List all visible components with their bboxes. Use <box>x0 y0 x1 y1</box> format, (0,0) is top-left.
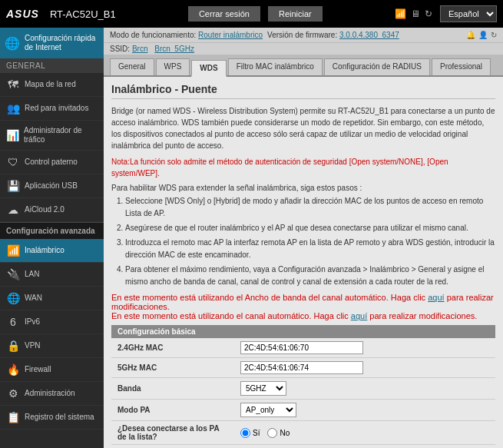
topbar-icons: 🔔 👤 ↻ <box>466 31 497 39</box>
tab-mac-filter[interactable]: Filtro MAC inalámbrico <box>228 58 323 75</box>
sidebar-item-firewall[interactable]: 🔥 Firewall <box>0 358 104 382</box>
sidebar-item-label: Aplicación USB <box>25 181 78 191</box>
sidebar-advanced-section: Configuración avanzada <box>0 222 104 239</box>
radio-si-label[interactable]: Sí <box>240 428 260 438</box>
cloud-icon: ☁ <box>6 204 20 216</box>
quick-setup-label: Configuración rápida de Internet <box>25 34 99 52</box>
ssid-2g-link[interactable]: Brcn <box>132 45 148 53</box>
channel-link[interactable]: aquí <box>351 311 367 320</box>
bandwidth-info: En este momento está utilizando el Ancho… <box>111 293 495 311</box>
sidebar: 🌐 Configuración rápida de Internet Gener… <box>0 28 104 448</box>
guests-icon: 👥 <box>6 102 20 114</box>
wifi-icon: 📶 <box>395 8 406 19</box>
config-basic-title: Configuración básica <box>111 325 495 338</box>
ssid-label: SSID: <box>110 45 130 53</box>
router-icon: 🖥 <box>411 8 420 19</box>
person-icon: 👤 <box>478 31 488 39</box>
radio-si[interactable] <box>240 428 250 438</box>
bell-icon: 🔔 <box>466 31 475 39</box>
tab-professional[interactable]: Professional <box>432 58 491 75</box>
tab-general[interactable]: General <box>110 58 154 75</box>
config-row-connect: ¿Desea conectarse a los PA de la lista? … <box>111 421 495 445</box>
content-area: Inalámbrico - Puente Bridge (or named WD… <box>104 77 503 448</box>
connect-value: Sí No <box>234 421 495 445</box>
sidebar-item-trafico[interactable]: 📊 Administrador de tráfico <box>0 121 104 151</box>
logout-button[interactable]: Cerrar sesión <box>188 6 260 22</box>
tab-wps[interactable]: WPS <box>156 58 190 75</box>
banda-value: 2.4GHz 5GHZ <box>234 378 495 400</box>
sidebar-item-label: VPN <box>25 341 41 350</box>
traffic-icon: 📊 <box>6 129 19 141</box>
sidebar-item-wan[interactable]: 🌐 WAN <box>0 287 104 310</box>
sidebar-quick-internet[interactable]: 🌐 Configuración rápida de Internet <box>0 28 104 58</box>
sidebar-item-control-paterno[interactable]: 🛡 Control paterno <box>0 151 104 174</box>
sidebar-item-aicloud[interactable]: ☁ AiCloud 2.0 <box>0 198 104 222</box>
lan-icon: 🔌 <box>6 268 20 280</box>
modo-pa-value: AP_only WDS Only Hybrid <box>234 400 495 421</box>
step-2: Asegúrese de que el router inalámbrico y… <box>125 222 495 234</box>
tab-wds[interactable]: WDS <box>191 60 226 77</box>
banda-label: Banda <box>111 378 234 400</box>
sidebar-item-label: IPv6 <box>25 317 40 327</box>
quick-setup-icon: 🌐 <box>5 36 20 51</box>
sidebar-item-inalambrico[interactable]: 📶 Inalámbrico <box>0 239 104 263</box>
logo-asus: ASUS <box>6 8 39 20</box>
sidebar-item-lan[interactable]: 🔌 LAN <box>0 263 104 287</box>
banda-select[interactable]: 2.4GHz 5GHZ <box>240 381 286 396</box>
sidebar-item-label: Mapa de la red <box>25 80 76 89</box>
sidebar-item-registro[interactable]: 📋 Registro del sistema <box>0 406 104 430</box>
ipv6-icon: 6 <box>6 316 20 328</box>
tab-radius[interactable]: Configuración de RADIUS <box>324 58 430 75</box>
ssid-5g-link[interactable]: Brcn_5GHz <box>154 45 194 53</box>
sidebar-item-usb[interactable]: 💾 Aplicación USB <box>0 174 104 198</box>
main-content: Modo de funcionamiento: Router inalámbri… <box>104 28 503 448</box>
tabs-bar: General WPS WDS Filtro MAC inalámbrico C… <box>104 55 503 77</box>
sidebar-item-label: Inalámbrico <box>25 246 65 255</box>
steps-title: Para habilitar WDS para extender la seña… <box>111 184 495 192</box>
wireless-icon: 📶 <box>6 244 20 257</box>
mode-link[interactable]: Router inalámbrico <box>198 31 263 39</box>
sidebar-item-label: Firewall <box>25 365 51 374</box>
reboot-button[interactable]: Reiniciar <box>268 6 323 22</box>
sidebar-item-label: Administración <box>25 389 75 398</box>
firewall-icon: 🔥 <box>6 363 20 376</box>
bandwidth-link[interactable]: aquí <box>428 293 444 302</box>
sidebar-item-ipv6[interactable]: 6 IPv6 <box>0 310 104 334</box>
step-4: Para obtener el máximo rendimiento, vaya… <box>125 264 495 288</box>
connect-radio-group: Sí No <box>240 428 489 438</box>
sidebar-item-vpn[interactable]: 🔒 VPN <box>0 334 104 358</box>
firmware-link[interactable]: 3.0.0.4.380_6347 <box>339 31 399 39</box>
sidebar-item-label: AiCloud 2.0 <box>25 205 65 214</box>
radio-no-label[interactable]: No <box>267 428 290 438</box>
sidebar-item-mapa-red[interactable]: 🗺 Mapa de la red <box>0 73 104 97</box>
sidebar-item-label: WAN <box>25 294 42 303</box>
refresh-icon[interactable]: ↻ <box>491 31 497 39</box>
parental-icon: 🛡 <box>6 156 20 168</box>
sidebar-general-section: General <box>0 58 104 73</box>
step-3: Introduzca el remoto mac AP la interfaz … <box>125 237 495 261</box>
modo-pa-label: Modo PA <box>111 400 234 421</box>
logo-model: RT-AC52U_B1 <box>50 8 116 20</box>
connect-label: ¿Desea conectarse a los PA de la lista? <box>111 421 234 445</box>
topbar: Modo de funcionamiento: Router inalámbri… <box>104 28 503 43</box>
ssid-bar: SSID: Brcn Brcn_5GHz <box>104 43 503 55</box>
usb-icon: 💾 <box>6 180 20 192</box>
mac5-label: 5GHz MAC <box>111 358 234 378</box>
mac5-input[interactable] <box>240 361 363 374</box>
config-basic-table: 2.4GHz MAC 5GHz MAC Banda <box>111 338 495 445</box>
channel-info: En este momento está utilizando el canal… <box>111 311 495 320</box>
admin-icon: ⚙ <box>6 387 20 400</box>
mac24-value <box>234 338 495 358</box>
radio-no[interactable] <box>267 428 277 438</box>
vpn-icon: 🔒 <box>6 340 20 352</box>
config-basic-section: Configuración básica 2.4GHz MAC 5GHz MAC <box>111 325 495 445</box>
sidebar-item-red-invitados[interactable]: 👥 Red para invitados <box>0 97 104 121</box>
modo-pa-select[interactable]: AP_only WDS Only Hybrid <box>240 403 296 417</box>
config-row-banda: Banda 2.4GHz 5GHZ <box>111 378 495 400</box>
config-row-mac5: 5GHz MAC <box>111 358 495 378</box>
config-row-modo-pa: Modo PA AP_only WDS Only Hybrid <box>111 400 495 421</box>
mac24-input[interactable] <box>240 341 363 354</box>
sidebar-item-administracion[interactable]: ⚙ Administración <box>0 382 104 406</box>
page-title: Inalámbrico - Puente <box>111 83 495 99</box>
language-select[interactable]: Español <box>440 5 497 22</box>
